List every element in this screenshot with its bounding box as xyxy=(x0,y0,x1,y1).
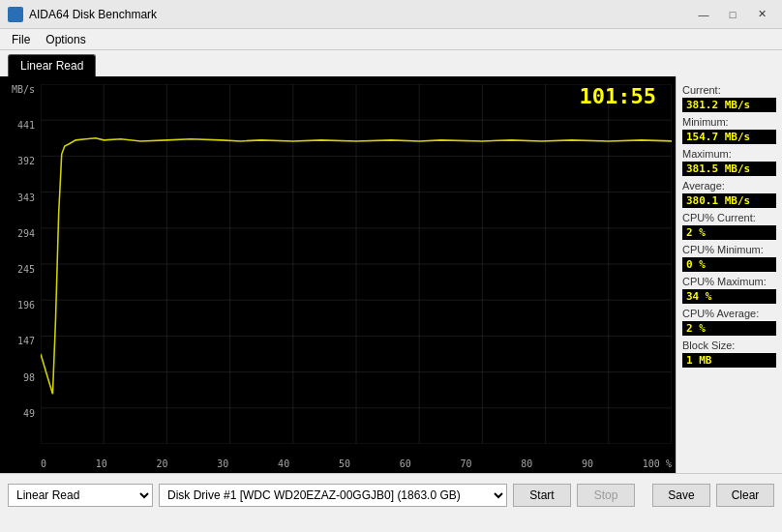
x-label-10: 10 xyxy=(96,458,107,469)
tab-linear-read[interactable]: Linear Read xyxy=(8,54,96,76)
minimum-value: 154.7 MB/s xyxy=(682,130,776,144)
clear-button[interactable]: Clear xyxy=(716,484,774,507)
x-label-20: 20 xyxy=(157,458,168,469)
y-label-245: 245 xyxy=(17,264,35,275)
x-label-50: 50 xyxy=(339,458,350,469)
x-axis: 0 10 20 30 40 50 60 70 80 90 100 % xyxy=(41,458,672,469)
current-label: Current: xyxy=(682,84,776,96)
y-label-441: 441 xyxy=(17,120,35,131)
cpu-current-value: 2 % xyxy=(682,225,776,240)
cpu-minimum-label: CPU% Minimum: xyxy=(682,244,776,255)
y-label-147: 147 xyxy=(17,336,35,346)
x-label-40: 40 xyxy=(278,458,289,469)
chart-svg xyxy=(41,84,672,444)
x-label-0: 0 xyxy=(41,458,46,469)
cpu-maximum-label: CPU% Maximum: xyxy=(682,276,776,287)
title-bar: AIDA64 Disk Benchmark — □ ✕ xyxy=(0,0,782,29)
cpu-average-value: 2 % xyxy=(682,321,776,336)
x-label-90: 90 xyxy=(582,458,593,469)
y-label-mb: MB/s xyxy=(12,84,35,95)
app-icon xyxy=(8,7,23,22)
x-label-60: 60 xyxy=(400,458,411,469)
cpu-maximum-value: 34 % xyxy=(682,289,776,304)
chart-area: 101:55 MB/s 441 392 343 294 245 196 147 … xyxy=(0,76,676,473)
x-label-30: 30 xyxy=(217,458,228,469)
close-button[interactable]: ✕ xyxy=(749,5,774,24)
x-label-70: 70 xyxy=(460,458,471,469)
window-title: AIDA64 Disk Benchmark xyxy=(29,8,691,21)
minimize-button[interactable]: — xyxy=(691,5,716,24)
mode-select[interactable]: Linear Read Random Read Buffered Read Av… xyxy=(8,484,153,507)
average-value: 380.1 MB/s xyxy=(682,193,776,208)
y-label-98: 98 xyxy=(23,372,35,383)
window-controls: — □ ✕ xyxy=(691,5,774,24)
y-label-196: 196 xyxy=(17,300,35,310)
minimum-label: Minimum: xyxy=(682,116,776,128)
current-value: 381.2 MB/s xyxy=(682,98,776,112)
drive-select[interactable]: Disk Drive #1 [WDC WD20EZAZ-00GGJB0] (18… xyxy=(159,484,507,507)
x-label-100: 100 % xyxy=(643,458,672,469)
tab-bar: Linear Read xyxy=(0,50,782,76)
y-label-49: 49 xyxy=(23,408,35,419)
main-content: 101:55 MB/s 441 392 343 294 245 196 147 … xyxy=(0,76,782,473)
cpu-average-label: CPU% Average: xyxy=(682,308,776,319)
y-label-392: 392 xyxy=(17,156,35,166)
y-axis: MB/s 441 392 343 294 245 196 147 98 49 xyxy=(0,84,39,444)
block-size-value: 1 MB xyxy=(682,353,776,368)
cpu-minimum-value: 0 % xyxy=(682,257,776,272)
menu-file[interactable]: File xyxy=(4,31,38,48)
average-label: Average: xyxy=(682,180,776,192)
x-label-80: 80 xyxy=(521,458,532,469)
stats-panel: Current: 381.2 MB/s Minimum: 154.7 MB/s … xyxy=(676,76,782,473)
stop-button[interactable]: Stop xyxy=(577,484,635,507)
block-size-label: Block Size: xyxy=(682,340,776,351)
y-label-343: 343 xyxy=(17,192,35,203)
cpu-current-label: CPU% Current: xyxy=(682,212,776,223)
maximum-value: 381.5 MB/s xyxy=(682,162,776,176)
chart-timer: 101:55 xyxy=(580,84,656,108)
start-button[interactable]: Start xyxy=(513,484,571,507)
maximum-label: Maximum: xyxy=(682,148,776,160)
bottom-bar: Linear Read Random Read Buffered Read Av… xyxy=(0,473,782,516)
save-button[interactable]: Save xyxy=(652,484,710,507)
menu-options[interactable]: Options xyxy=(38,31,93,48)
y-label-294: 294 xyxy=(17,228,35,239)
maximize-button[interactable]: □ xyxy=(720,5,745,24)
menu-bar: File Options xyxy=(0,29,782,50)
